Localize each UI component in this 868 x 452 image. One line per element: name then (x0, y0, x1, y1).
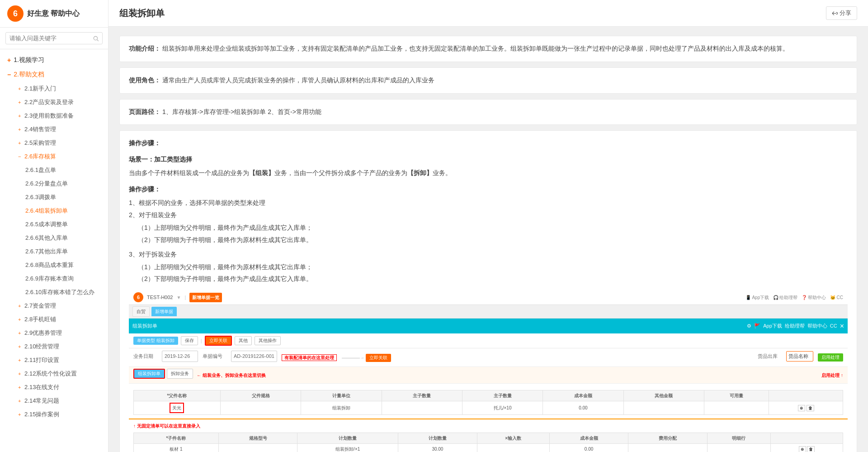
fake-icon-help: 给助理帮 (785, 322, 805, 330)
fake-parent-name-red[interactable]: 关光 (170, 403, 184, 413)
sidebar-item-videos-label: 1.视频学习 (14, 56, 44, 64)
step-2-2: （2）下部明细为子件明细，最终作为原材料生成其它出库单。 (129, 235, 848, 246)
sidebar-item-print[interactable]: + 2.11打印设置 (13, 353, 108, 367)
fake-lookup-input[interactable]: 货品名称 (786, 351, 813, 362)
fake-type-switch-row: 组装拆卸单 拆卸业务 ← 组装业务、拆卸业务在这里切换 启用处理 ↑ (129, 367, 848, 384)
fake-btn-savedraft[interactable]: 保存 (181, 336, 198, 345)
fake-tab-newbill[interactable]: 新增单据 (151, 307, 177, 316)
sidebar-item-inventory[interactable]: − 2.6库存核算 (13, 150, 108, 163)
fake-btn-assembly[interactable]: 组装拆卸单 (133, 369, 165, 379)
fake-type-btn-group: 组装拆卸单 拆卸业务 (133, 369, 193, 379)
share-button[interactable]: 分享 (826, 6, 857, 20)
sidebar-item-videos[interactable]: + 1.视频学习 (0, 53, 108, 67)
sidebar-item-2-6-1[interactable]: 2.6.1盘点单 (20, 163, 108, 177)
fake-close-icon[interactable]: × (840, 320, 844, 332)
fake-form-toolbar: 单据类型 组装拆卸 保存 | 立即关联 其他 其他操作 (129, 333, 848, 348)
fake-th-parent: *父件名称 (134, 390, 221, 401)
fake-th-avail: 可用量 (704, 390, 769, 401)
fake-icon-flag: 🚩 (754, 322, 760, 330)
plus-icon-newcomer: + (18, 86, 21, 91)
plus-icon-purchase: + (18, 140, 21, 146)
fake-lower-row-1: 板材 1 组装拆卸/×1 30.00 0.00 ⊕ (134, 444, 843, 452)
plus-icon-cash: + (18, 303, 21, 309)
step-2: 2、对于组装业务 (129, 210, 848, 221)
sidebar-item-2-6-8[interactable]: 2.6.8商品成本重算 (20, 258, 108, 272)
sidebar-item-onlinepay[interactable]: + 2.13在线支付 (13, 381, 108, 394)
sidebar-label-newcomer: 2.1新手入门 (24, 85, 56, 92)
fake-row-action-btn[interactable]: ⊕ (798, 405, 805, 411)
sidebar-item-coupon[interactable]: + 2.9优惠券管理 (13, 326, 108, 340)
sidebar-item-mobile[interactable]: + 2.8手机旺铺 (13, 313, 108, 326)
main-content-area: 组装拆卸单 分享 功能介绍： 组装拆卸单用来处理企业组装或拆卸等加工业务，支持有… (108, 0, 868, 452)
sidebar-item-custom[interactable]: + 2.12系统个性化设置 (13, 367, 108, 381)
sidebar-label-cases: 2.15操作案例 (24, 411, 59, 418)
main-header: 组装拆卸单 分享 (108, 0, 868, 27)
sidebar-label-faq: 2.14常见问题 (24, 397, 59, 404)
fake-btn-other[interactable]: 其他 (235, 336, 252, 345)
sidebar-item-2-6-10[interactable]: 2.6.10库存账本错了怎么办 (20, 285, 108, 299)
fake-th-spec: 父件规格 (220, 390, 301, 401)
sidebar-item-2-6-2[interactable]: 2.6.2分量盘点单 (20, 177, 108, 190)
fake-th-input: ×输入数 (477, 433, 549, 444)
fake-date-input[interactable]: 2019-12-26 (162, 351, 198, 362)
fake-th-detail: 明细行 (707, 433, 770, 444)
fake-th-model: 规格型号 (218, 433, 297, 444)
fake-ann1-badge: 有装配清单的在这里处理 (282, 354, 337, 361)
sidebar-label-onlinepay: 2.13在线支付 (24, 384, 59, 390)
plus-icon-print: + (18, 357, 21, 363)
sidebar-label-inventory: 2.6库存核算 (24, 153, 56, 160)
fake-billno-input[interactable]: AD-20191226-001 (231, 351, 277, 362)
fake-th-qty1: 主子数量 (382, 390, 462, 401)
svg-line-1 (97, 39, 99, 41)
fake-btn-assoc[interactable]: 立即关联 (205, 336, 232, 346)
fake-btn-type-active[interactable]: 单据类型 组装拆卸 (133, 337, 178, 345)
sidebar-item-docs[interactable]: − 2.帮助文档 (0, 67, 108, 82)
sidebar-item-install[interactable]: + 2.2产品安装及登录 (13, 95, 108, 109)
sidebar-item-faq[interactable]: + 2.14常见问题 (13, 394, 108, 408)
sidebar-item-cases[interactable]: + 2.15操作案例 (13, 408, 108, 421)
sidebar-item-newcomer[interactable]: + 2.1新手入门 (13, 82, 108, 95)
sidebar-inventory-children: 2.6.1盘点单 2.6.2分量盘点单 2.6.3调拨单 2.6.4组装拆卸单 … (13, 163, 108, 299)
fake-lower-row1-action[interactable]: ⊕ (799, 446, 806, 452)
sidebar-label-custom: 2.12系统个性化设置 (24, 370, 77, 377)
fake-btn-assoc2[interactable]: 立即关联 (366, 354, 391, 362)
search-box[interactable] (0, 28, 108, 49)
minus-icon: − (7, 71, 11, 78)
sidebar-item-2-6-7[interactable]: 2.6.7其他出库单 (20, 245, 108, 258)
sidebar-item-2-6-5[interactable]: 2.6.5成本调整单 (20, 218, 108, 231)
fake-th-planqty2: 计划数量 (398, 433, 477, 444)
logo-text: 好生意 帮助中心 (27, 9, 80, 19)
sidebar-item-2-6-3[interactable]: 2.6.3调拨单 (20, 190, 108, 204)
sidebar-item-dataprep[interactable]: + 2.3使用前数据准备 (13, 109, 108, 123)
fake-topbar: 6 TEST-H002 ▼ | 新增单据一览 📱 App下载 🎧 给助理帮 ❓ … (129, 290, 848, 305)
page-title: 组装拆卸单 (119, 7, 165, 19)
sidebar-item-purchase[interactable]: + 2.5采购管理 (13, 136, 108, 150)
path-label: 页面路径： (129, 108, 160, 115)
fake-tab-home[interactable]: 自贸 (132, 306, 150, 317)
sidebar-item-2-6-4[interactable]: 2.6.4组装拆卸单 (20, 204, 108, 218)
sidebar-item-2-6-9[interactable]: 2.6.9库存账本查询 (20, 272, 108, 285)
sidebar-item-docs-label: 2.帮助文档 (14, 71, 44, 79)
nav-tree: + 1.视频学习 − 2.帮助文档 + 2.1新手入门 + 2.2产品安装及登录… (0, 49, 108, 452)
search-input[interactable] (5, 32, 103, 44)
fake-btn-other2[interactable]: 其他操作 (255, 336, 281, 345)
sidebar-item-cash[interactable]: + 2.7资金管理 (13, 299, 108, 313)
sidebar-item-ops[interactable]: + 2.10经营管理 (13, 340, 108, 353)
fake-new-btn[interactable]: 新增单据一览 (189, 293, 222, 302)
main-scrollable-content: 功能介绍： 组装拆卸单用来处理企业组装或拆卸等加工业务，支持有固定装配清单的产品… (108, 27, 868, 452)
fake-row-delete-btn[interactable]: 🗑 (807, 405, 814, 411)
fake-btn-disassembly[interactable]: 拆卸业务 (167, 369, 193, 379)
scene1-desc: 当由多个子件材料组装成一个成品的业务为【组装】业务，当由一个父件拆分成多个子产品… (129, 168, 848, 179)
fake-th-costamt: 成本金额 (549, 433, 628, 444)
plus-icon-faq: + (18, 398, 21, 404)
fake-lower-row1-delete[interactable]: 🗑 (807, 446, 815, 452)
fake-upper-row-1: 关光 组装拆卸 托儿/×10 0.00 (134, 401, 843, 415)
sidebar-item-2-6-6[interactable]: 2.6.6其他入库单 (20, 231, 108, 245)
fake-lower-table-area: ↑ 无固定清单可以在这里直接录入 *子件名称 规格型号 计划数量 计划数量 ×输… (129, 419, 848, 452)
fake-btn-process[interactable]: 启用处理 (818, 353, 843, 362)
sidebar-item-sales[interactable]: + 2.4销售管理 (13, 123, 108, 136)
role-label: 使用角色： (129, 76, 160, 84)
sidebar-label-ops: 2.10经营管理 (24, 343, 59, 350)
sidebar-label-print: 2.11打印设置 (24, 357, 59, 363)
fake-ann4-row: ↑ 无固定清单可以在这里直接录入 (133, 422, 843, 430)
